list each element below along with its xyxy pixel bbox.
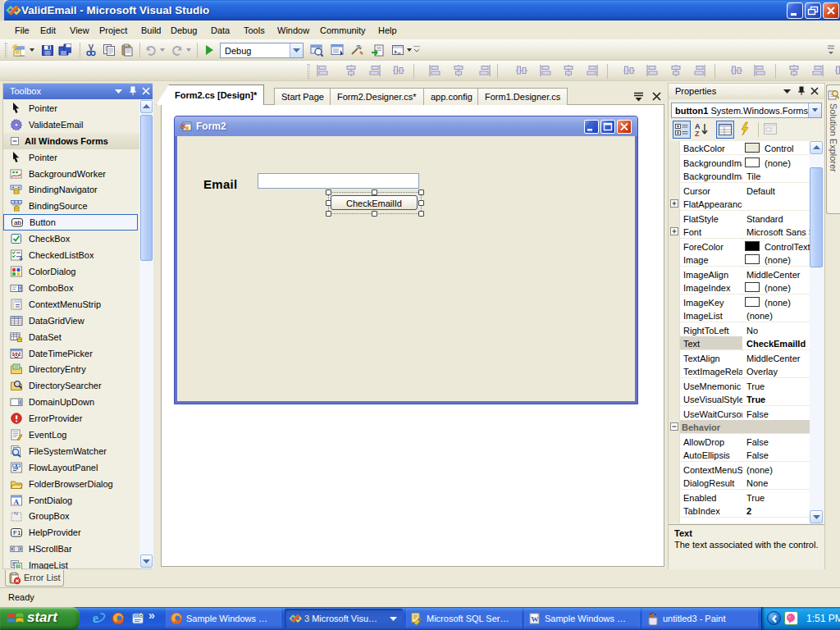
svg-text:F1: F1: [13, 529, 21, 536]
svg-text:W: W: [532, 615, 539, 623]
svg-text:Z: Z: [695, 130, 700, 138]
svg-text:e: e: [93, 611, 98, 625]
svg-text:ab: ab: [14, 219, 21, 226]
svg-text:A: A: [14, 498, 20, 506]
svg-text:xy: xy: [14, 510, 19, 515]
